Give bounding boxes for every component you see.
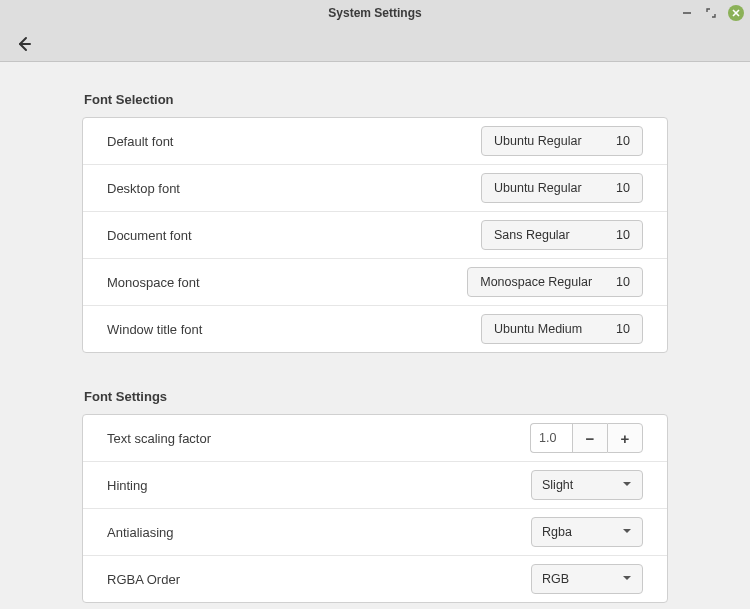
label-monospace-font: Monospace font [107, 275, 200, 290]
window-controls [680, 0, 744, 26]
maximize-button[interactable] [704, 6, 718, 20]
font-button-size: 10 [616, 134, 630, 148]
settings-window: System Settings [0, 0, 750, 609]
row-default-font: Default font Ubuntu Regular 10 [83, 118, 667, 164]
toolbar [0, 26, 750, 62]
row-antialiasing: Antialiasing Rgba [83, 508, 667, 555]
combo-rgba-order[interactable]: RGB [531, 564, 643, 594]
label-rgba-order: RGBA Order [107, 572, 180, 587]
section-title-font-selection: Font Selection [84, 92, 668, 107]
row-document-font: Document font Sans Regular 10 [83, 211, 667, 258]
text-scaling-increment[interactable]: + [607, 423, 643, 453]
font-button-value: Monospace Regular [480, 275, 592, 289]
font-button-value: Sans Regular [494, 228, 570, 242]
combo-rgba-order-value: RGB [542, 572, 569, 586]
titlebar: System Settings [0, 0, 750, 26]
font-button-size: 10 [616, 228, 630, 242]
back-button[interactable] [12, 32, 36, 56]
font-button-size: 10 [616, 275, 630, 289]
row-desktop-font: Desktop font Ubuntu Regular 10 [83, 164, 667, 211]
font-button-value: Ubuntu Regular [494, 134, 582, 148]
label-default-font: Default font [107, 134, 174, 149]
label-document-font: Document font [107, 228, 192, 243]
font-button-value: Ubuntu Medium [494, 322, 582, 336]
label-antialiasing: Antialiasing [107, 525, 174, 540]
row-rgba-order: RGBA Order RGB [83, 555, 667, 602]
window-title: System Settings [0, 6, 750, 20]
font-button-monospace[interactable]: Monospace Regular 10 [467, 267, 643, 297]
font-button-value: Ubuntu Regular [494, 181, 582, 195]
text-scaling-spinner: 1.0 − + [530, 423, 643, 453]
font-button-document[interactable]: Sans Regular 10 [481, 220, 643, 250]
font-button-size: 10 [616, 322, 630, 336]
row-monospace-font: Monospace font Monospace Regular 10 [83, 258, 667, 305]
font-button-default[interactable]: Ubuntu Regular 10 [481, 126, 643, 156]
row-hinting: Hinting Slight [83, 461, 667, 508]
label-text-scaling: Text scaling factor [107, 431, 211, 446]
chevron-down-icon [622, 572, 632, 586]
text-scaling-value[interactable]: 1.0 [530, 423, 572, 453]
label-desktop-font: Desktop font [107, 181, 180, 196]
row-titlebar-font: Window title font Ubuntu Medium 10 [83, 305, 667, 352]
row-text-scaling: Text scaling factor 1.0 − + [83, 415, 667, 461]
minimize-button[interactable] [680, 6, 694, 20]
combo-antialiasing-value: Rgba [542, 525, 572, 539]
combo-hinting-value: Slight [542, 478, 573, 492]
minus-icon: − [586, 430, 595, 447]
font-button-desktop[interactable]: Ubuntu Regular 10 [481, 173, 643, 203]
chevron-down-icon [622, 525, 632, 539]
font-button-size: 10 [616, 181, 630, 195]
label-titlebar-font: Window title font [107, 322, 202, 337]
font-settings-panel: Text scaling factor 1.0 − + Hinting Slig… [82, 414, 668, 603]
label-hinting: Hinting [107, 478, 147, 493]
chevron-down-icon [622, 478, 632, 492]
font-selection-panel: Default font Ubuntu Regular 10 Desktop f… [82, 117, 668, 353]
text-scaling-decrement[interactable]: − [572, 423, 607, 453]
section-title-font-settings: Font Settings [84, 389, 668, 404]
combo-antialiasing[interactable]: Rgba [531, 517, 643, 547]
content-area: Font Selection Default font Ubuntu Regul… [0, 62, 750, 609]
plus-icon: + [621, 430, 630, 447]
combo-hinting[interactable]: Slight [531, 470, 643, 500]
close-button[interactable] [728, 5, 744, 21]
font-button-titlebar[interactable]: Ubuntu Medium 10 [481, 314, 643, 344]
